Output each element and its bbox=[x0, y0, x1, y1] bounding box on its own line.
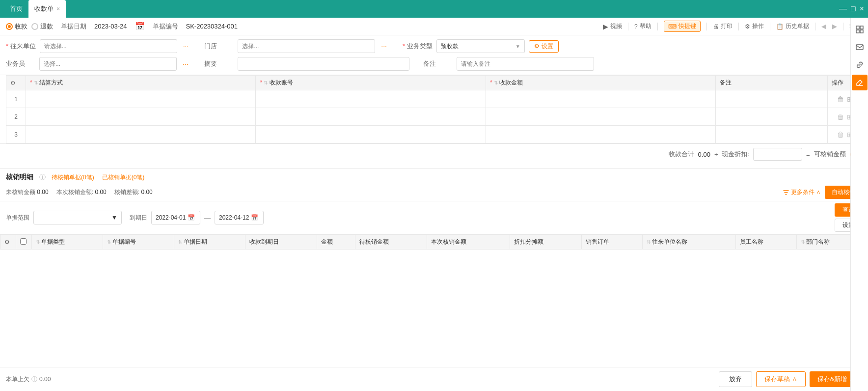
salesperson-label: 业务员 bbox=[6, 59, 35, 68]
hexiao-pending-tab[interactable]: 待核销单据(0笔) bbox=[52, 173, 94, 182]
col-discount: 折扣分摊额 bbox=[510, 235, 582, 250]
history-btn[interactable]: 📋 历史单据 bbox=[776, 22, 809, 30]
range-chevron-icon: ▼ bbox=[111, 214, 117, 221]
row-num: 1 bbox=[6, 90, 26, 108]
account-cell[interactable] bbox=[256, 90, 486, 108]
toolbar-right: ▶ 视频 ? 帮助 ⌨ 快捷键 🖨 打印 ⚙ 操作 bbox=[603, 21, 862, 32]
right-sidebar bbox=[850, 18, 868, 391]
limit-value: 0.00 bbox=[39, 376, 51, 383]
remark-cell[interactable] bbox=[716, 108, 828, 126]
maximize-btn[interactable]: □ bbox=[851, 5, 856, 13]
close-btn[interactable]: × bbox=[860, 5, 864, 13]
nav-tab-receipt[interactable]: 收款单 × bbox=[28, 0, 66, 18]
calendar-icon[interactable]: 📅 bbox=[135, 22, 145, 31]
remark-cell[interactable] bbox=[716, 126, 828, 143]
date-value: 2023-03-24 bbox=[94, 23, 127, 30]
hexiao-info-icon[interactable]: ⓘ bbox=[39, 173, 46, 182]
store-more-btn[interactable]: ··· bbox=[379, 42, 389, 50]
discount-input[interactable] bbox=[753, 148, 802, 161]
print-btn[interactable]: 🖨 打印 bbox=[713, 22, 732, 30]
type-radio-group: 收款 退款 bbox=[6, 22, 53, 31]
business-type-label: 业务类型 bbox=[403, 42, 433, 51]
col-amount: 金额 bbox=[317, 235, 355, 250]
col-sales-order: 销售订单 bbox=[582, 235, 642, 250]
counterparty-more-btn[interactable]: ··· bbox=[181, 42, 191, 50]
unchecked-value: 0.00 bbox=[37, 189, 48, 196]
gear-icon: ⚙ bbox=[534, 43, 540, 50]
amount-cell[interactable] bbox=[486, 90, 715, 108]
table-section: ⚙ ⇅ 结算方式 ⇅ 收款账号 ⇅ 收款金额 备注 bbox=[0, 75, 868, 143]
operation-icon: ⚙ bbox=[745, 23, 750, 30]
diff-label: 核销差额: 0.00 bbox=[114, 188, 153, 196]
date-to-picker[interactable]: 2022-04-12 📅 bbox=[215, 211, 264, 224]
abandon-button[interactable]: 放弃 bbox=[719, 371, 752, 387]
delete-icon[interactable]: 🗑 bbox=[837, 95, 844, 103]
amount-cell[interactable] bbox=[486, 126, 715, 143]
delete-icon[interactable]: 🗑 bbox=[837, 113, 844, 121]
summary-input[interactable] bbox=[238, 57, 409, 71]
table-row: 2 🗑 ⊞ bbox=[6, 108, 862, 126]
col-doc-num: ⇅ 单据编号 bbox=[103, 235, 174, 250]
settings-button[interactable]: ⚙ 设置 bbox=[529, 40, 559, 53]
calendar-to-icon: 📅 bbox=[251, 214, 258, 221]
col-due-date: 收款到期日 bbox=[245, 235, 317, 250]
settlement-cell[interactable] bbox=[26, 108, 256, 126]
save-draft-button[interactable]: 保存草稿 ∧ bbox=[756, 371, 806, 387]
date-from-picker[interactable]: 2022-04-01 📅 bbox=[151, 211, 200, 224]
number-label: 单据编号 bbox=[153, 22, 178, 31]
account-cell[interactable] bbox=[256, 126, 486, 143]
business-type-select[interactable]: 预收款 ▼ bbox=[436, 39, 525, 53]
salesperson-more-btn[interactable]: ··· bbox=[181, 60, 190, 68]
col-doc-type: ⇅ 单据类型 bbox=[32, 235, 103, 250]
sidebar-mail-icon[interactable] bbox=[852, 39, 868, 55]
amount-cell[interactable] bbox=[486, 108, 715, 126]
nav-home[interactable]: 首页 bbox=[4, 4, 28, 13]
more-conditions-btn[interactable]: 更多条件 ∧ bbox=[783, 188, 821, 196]
filter-row: 单据范围 ▼ 到期日 2022-04-01 📅 — 2022-04-12 📅 bbox=[0, 201, 868, 234]
salesperson-input[interactable] bbox=[39, 57, 177, 71]
date-label: 单据日期 bbox=[61, 22, 86, 31]
video-btn[interactable]: ▶ 视频 bbox=[603, 22, 622, 30]
help-btn[interactable]: ? 帮助 bbox=[634, 22, 651, 30]
col-settlement: ⇅ 结算方式 bbox=[26, 76, 256, 90]
col-current-amount: 本次核销金额 bbox=[427, 235, 510, 250]
hexiao-select-all[interactable] bbox=[20, 238, 27, 245]
settlement-cell[interactable] bbox=[26, 126, 256, 143]
sidebar-link-icon[interactable] bbox=[852, 57, 868, 73]
arrow-left-icon[interactable]: ◀ bbox=[821, 23, 826, 30]
sidebar-edit-icon[interactable] bbox=[852, 75, 868, 90]
range-label: 单据范围 bbox=[6, 214, 29, 222]
current-value: 0.00 bbox=[95, 189, 106, 196]
sidebar-table-icon[interactable] bbox=[852, 22, 868, 37]
arrow-right-icon[interactable]: ▶ bbox=[832, 23, 837, 30]
hexiao-table-gear-icon[interactable]: ⚙ bbox=[4, 239, 10, 246]
shortcut-btn[interactable]: ⌨ 快捷键 bbox=[664, 21, 701, 32]
print-icon: 🖨 bbox=[713, 23, 719, 30]
hexiao-stats: 未核销金额 0.00 本次核销金额: 0.00 核销差额: 0.00 更多条件 … bbox=[0, 184, 868, 201]
range-select[interactable]: ▼ bbox=[33, 211, 122, 224]
calendar-from-icon: 📅 bbox=[188, 214, 195, 221]
col-doc-date: ⇅ 单据日期 bbox=[174, 235, 245, 250]
counterparty-label: 往来单位 bbox=[6, 42, 36, 51]
minimize-btn[interactable]: — bbox=[839, 5, 847, 13]
hexiao-done-tab[interactable]: 已核销单据(0笔) bbox=[102, 173, 145, 182]
operation-btn[interactable]: ⚙ 操作 bbox=[745, 22, 764, 30]
radio-receipt[interactable]: 收款 bbox=[6, 22, 27, 31]
nav-tab-close[interactable]: × bbox=[56, 5, 60, 12]
video-icon: ▶ bbox=[603, 23, 608, 30]
total-label: 收款合计 bbox=[669, 150, 694, 159]
table-gear-icon[interactable]: ⚙ bbox=[10, 80, 16, 86]
remark-input[interactable] bbox=[457, 57, 594, 71]
footer-info: 本单上欠 ⓘ 0.00 bbox=[6, 375, 51, 384]
counterparty-input[interactable] bbox=[40, 39, 177, 53]
settlement-cell[interactable] bbox=[26, 90, 256, 108]
business-type-value: 预收款 bbox=[441, 42, 459, 51]
remark-cell[interactable] bbox=[716, 90, 828, 108]
table-row: 1 🗑 ⊞ bbox=[6, 90, 862, 108]
radio-refund[interactable]: 退款 bbox=[31, 22, 53, 31]
store-input[interactable] bbox=[238, 39, 375, 53]
account-cell[interactable] bbox=[256, 108, 486, 126]
date-from-value: 2022-04-01 bbox=[156, 214, 186, 221]
delete-icon[interactable]: 🗑 bbox=[837, 131, 844, 139]
info-icon[interactable]: ⓘ bbox=[31, 375, 37, 384]
